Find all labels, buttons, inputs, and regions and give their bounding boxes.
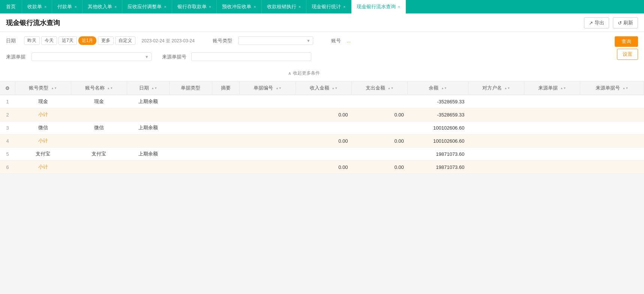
date-btn-more[interactable]: 更多 <box>98 36 114 45</box>
date-cell: 上期余额 <box>127 121 170 134</box>
income-cell: 0.00 <box>296 161 351 174</box>
nav-tab-6[interactable]: 收款核销执行 × <box>262 0 306 13</box>
close-icon[interactable]: × <box>114 4 117 9</box>
account-number-label: 账号 <box>331 37 342 44</box>
nav-tab-3[interactable]: 应收应付调整单 × <box>122 0 172 13</box>
summary-cell <box>212 95 240 108</box>
nav-tab-7[interactable]: 现金银行统计 × <box>306 0 351 13</box>
doc-number-cell <box>240 108 296 121</box>
nav-tab-8[interactable]: 现金银行流水查询 × <box>351 0 406 13</box>
date-btn-today[interactable]: 今天 <box>41 36 57 45</box>
chevron-down-icon: ▾ <box>307 38 310 43</box>
collapse-bar[interactable]: ∧ 收起更多条件 <box>6 69 602 78</box>
chevron-down-icon-2: ▾ <box>146 54 148 60</box>
summary-cell <box>212 161 240 174</box>
counterpart-cell <box>468 95 524 108</box>
sort-icon-8[interactable]: ▲▼ <box>504 87 510 90</box>
account-type-cell: 支付宝 <box>15 148 71 161</box>
gear-icon[interactable]: ⚙ <box>5 85 10 91</box>
close-icon[interactable]: × <box>343 4 345 9</box>
col-doc-type: 单据类型 <box>169 81 212 95</box>
nav-tab-0[interactable]: 收款单 × <box>22 0 52 13</box>
income-cell: 0.00 <box>296 134 351 148</box>
sort-icon-3[interactable]: ▲▼ <box>151 87 157 90</box>
table-row[interactable]: 5支付宝支付宝上期余额19871073.60 <box>0 148 644 161</box>
table-row[interactable]: 1现金现金上期余额-3528659.33 <box>0 95 644 108</box>
table-row[interactable]: 4小计0.000.00100102606.60 <box>0 134 644 148</box>
setting-button[interactable]: 设置 <box>617 49 638 60</box>
balance-cell: 100102606.60 <box>408 134 468 148</box>
date-btn-custom[interactable]: 自定义 <box>115 36 135 45</box>
account-type-cell: 微信 <box>15 121 71 134</box>
doc-number-cell <box>240 148 296 161</box>
source-doc-select[interactable]: ▾ <box>32 52 152 61</box>
account-type-label: 账号类型 <box>213 37 235 44</box>
source-doc-num-cell <box>580 161 644 174</box>
account-name-cell <box>71 161 127 174</box>
sort-icon-6[interactable]: ▲▼ <box>388 87 394 90</box>
query-button[interactable]: 查询 <box>615 36 638 47</box>
source-doc-cell <box>524 121 580 134</box>
table-header-row: ⚙ 账号类型 ▲▼ 账号名称 ▲▼ 日期 ▲▼ 单据类型 摘 <box>0 81 644 95</box>
expense-cell: 0.00 <box>352 108 408 121</box>
counterpart-cell <box>468 121 524 134</box>
close-icon[interactable]: × <box>74 4 77 9</box>
table-row[interactable]: 3微信微信上期余额100102606.60 <box>0 121 644 134</box>
expense-cell: 0.00 <box>352 134 408 148</box>
close-icon[interactable]: × <box>398 4 400 9</box>
account-more-btn[interactable]: ... <box>347 38 351 43</box>
account-type-select[interactable]: ▾ <box>238 36 313 45</box>
col-income: 收入金额 ▲▼ <box>296 81 351 95</box>
account-name-cell <box>71 134 127 148</box>
sort-icon-10[interactable]: ▲▼ <box>623 87 629 90</box>
account-name-cell: 支付宝 <box>71 148 127 161</box>
income-cell <box>296 148 351 161</box>
close-icon[interactable]: × <box>254 4 256 9</box>
close-icon[interactable]: × <box>164 4 166 9</box>
source-doc-cell <box>524 161 580 174</box>
source-doc-num-cell <box>580 134 644 148</box>
sort-icon-9[interactable]: ▲▼ <box>560 87 566 90</box>
doc-type-cell <box>169 95 212 108</box>
col-account-name: 账号名称 ▲▼ <box>71 81 127 95</box>
nav-tab-4[interactable]: 银行存取款单 × <box>172 0 217 13</box>
sort-icon-5[interactable]: ▲▼ <box>332 87 338 90</box>
sort-icon-4[interactable]: ▲▼ <box>276 87 282 90</box>
date-options: 昨天 今天 近7天 近1月 更多 自定义 <box>24 36 135 45</box>
sort-icon-2[interactable]: ▲▼ <box>107 87 113 90</box>
income-cell <box>296 121 351 134</box>
expense-cell: 0.00 <box>352 161 408 174</box>
export-button[interactable]: ↗ 导出 <box>584 17 609 28</box>
date-btn-1month[interactable]: 近1月 <box>78 36 97 45</box>
nav-tab-2[interactable]: 其他收入单 × <box>83 0 122 13</box>
source-doc-num-label: 来源单据号 <box>162 54 188 60</box>
refresh-button[interactable]: ↺ 刷新 <box>613 17 638 28</box>
nav-home[interactable]: 首页 <box>0 0 22 13</box>
col-counterpart: 对方户名 ▲▼ <box>468 81 524 95</box>
filter-area: 日期 昨天 今天 近7天 近1月 更多 自定义 2023-02-24 至 202… <box>0 32 644 81</box>
account-type-cell: 小计 <box>15 134 71 148</box>
page-title: 现金银行流水查询 <box>6 18 60 27</box>
close-icon[interactable]: × <box>209 4 211 9</box>
date-btn-7days[interactable]: 近7天 <box>59 36 77 45</box>
row-number: 6 <box>0 161 15 174</box>
doc-type-cell <box>169 108 212 121</box>
nav-tab-5[interactable]: 预收冲应收单 × <box>217 0 261 13</box>
sort-icon-7[interactable]: ▲▼ <box>441 87 447 90</box>
counterpart-cell <box>468 108 524 121</box>
balance-cell: -3528659.33 <box>408 108 468 121</box>
table-row[interactable]: 6小计0.000.0019871073.60 <box>0 161 644 174</box>
export-icon: ↗ <box>589 20 593 26</box>
balance-cell: 19871073.60 <box>408 148 468 161</box>
sort-icon[interactable]: ▲▼ <box>51 87 57 90</box>
close-icon[interactable]: × <box>44 4 47 9</box>
col-balance: 余额 ▲▼ <box>408 81 468 95</box>
close-icon[interactable]: × <box>299 4 301 9</box>
source-doc-label: 来源单据 <box>6 54 29 60</box>
nav-tab-1[interactable]: 付款单 × <box>52 0 82 13</box>
date-btn-yesterday[interactable]: 昨天 <box>24 36 40 45</box>
source-doc-num-cell <box>580 121 644 134</box>
source-doc-num-input[interactable] <box>191 52 311 61</box>
source-doc-cell <box>524 134 580 148</box>
table-row[interactable]: 2小计0.000.00-3528659.33 <box>0 108 644 121</box>
